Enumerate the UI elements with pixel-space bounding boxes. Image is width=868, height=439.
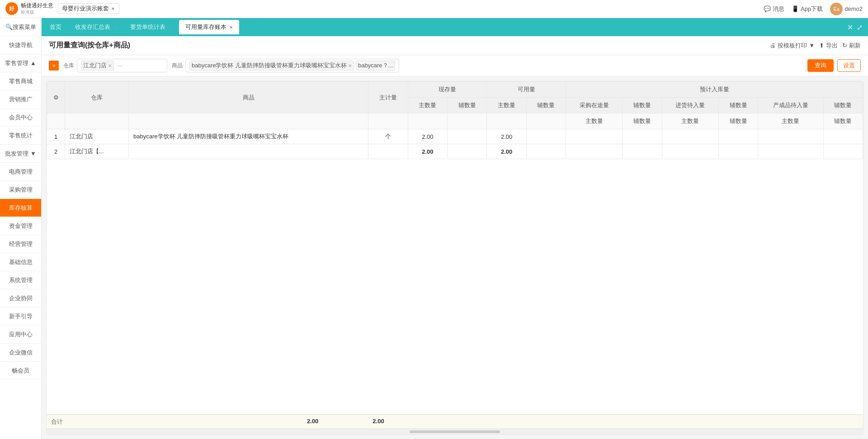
tab-home[interactable]: 首页 [43,20,68,34]
row-stock-main: 2.00 [408,129,447,144]
row-main-unit [368,144,408,159]
sidebar-item-marketing[interactable]: 营销推广 [0,90,41,109]
sidebar-item-newbie[interactable]: 新手引导 [0,307,41,326]
scrollbar-thumb[interactable] [410,430,500,433]
tab-bar-actions: ✕ ⤢ [847,23,866,32]
subheader-pur-aux: 辅数量 [623,113,662,129]
tenant-name: 母婴行业演示账套 [62,5,109,13]
main-unit-col-header: 主计量 [368,82,408,113]
app-icon: 📱 [792,5,799,12]
more-icon[interactable]: ··· [118,62,123,69]
sidebar-item-label: 畅会员 [12,367,29,375]
template-print-btn[interactable]: 🖨 按模板打印 ▼ [770,42,815,50]
row-inc-aux [718,144,758,159]
warehouse-filter: 仓库 江北门店 ✕ ··· [63,59,167,72]
close-window-btn[interactable]: ✕ [847,23,853,32]
planned-inbound-col-header: 预计入库量 [566,82,863,98]
filter-toggle-btn[interactable]: » [49,61,59,71]
tag-close-icon[interactable]: ✕ [108,63,112,68]
settings-col-header[interactable]: ⚙ [47,82,65,113]
settings-button[interactable]: 设置 [837,59,861,72]
close-icon[interactable]: ✕ [168,25,172,30]
print-icon: 🖨 [770,42,776,49]
sidebar-item-inventory[interactable]: 库存核算 [0,199,41,217]
app-download-label: App下载 [801,5,823,13]
sidebar-item-system[interactable]: 系统管理 [0,271,41,289]
sidebar-item-ecommerce[interactable]: 电商管理 [0,163,41,181]
product-col-header: 商品 [129,82,368,113]
product-input[interactable]: babycare学饮杯 儿童防摔防撞吸管杯重力球吸嘴杯宝宝水杯 ✕ babyca… [185,59,399,72]
row-stock-main: 2.00 [408,144,447,159]
top-bar: 好 畅捷通好生意 标准版 母婴行业演示账套 ▼ 💬 消息 📱 App下载 Ea … [0,0,868,18]
chevron-down-icon: ▼ [111,6,115,11]
content-area: 首页 收发存汇总表 ✕ 要货单统计表 ✕ 可用量库存账本 ✕ ✕ ⤢ [42,18,868,439]
app-download-btn[interactable]: 📱 App下载 [792,5,823,13]
warehouse-col-header: 仓库 [65,82,129,113]
sidebar-item-label: 批发管理 [5,150,28,158]
export-btn[interactable]: ⬆ 导出 [819,42,838,50]
subheader-inc-main: 主数量 [662,113,718,129]
maximize-btn[interactable]: ⤢ [857,23,863,32]
message-btn[interactable]: 💬 消息 [764,5,784,13]
template-print-label: 按模板打印 [778,42,807,50]
sidebar-item-operations[interactable]: 经营管理 [0,235,41,253]
prod-pending-aux-header: 辅数量 [823,98,863,113]
footer-stock-main: 2.00 [307,418,318,426]
tab-income-summary[interactable]: 收发存汇总表 ✕ [69,20,123,34]
tenant-selector[interactable]: 母婴行业演示账套 ▼ [58,3,119,14]
prod-pending-main-header: 产成品待入量 [758,98,823,113]
query-button[interactable]: 查询 [807,59,834,72]
tab-available-inventory[interactable]: 可用量库存账本 ✕ [179,20,239,34]
top-bar-right: 💬 消息 📱 App下载 Ea demo2 [764,3,863,15]
sidebar-item-wechat[interactable]: 企业微信 [0,344,41,362]
sidebar-item-finance[interactable]: 资金管理 [0,217,41,235]
sidebar-item-purchase[interactable]: 采购管理 [0,181,41,199]
sidebar-item-enterprise[interactable]: 企业协同 [0,289,41,307]
tab-order-stats[interactable]: 要货单统计表 ✕ [124,20,178,34]
close-icon[interactable]: ✕ [229,25,233,30]
sidebar-item-batch[interactable]: 批发管理 ▼ [0,145,41,163]
row-prod-main [758,144,823,159]
subheader-empty1 [47,113,65,129]
sidebar-item-zero-stats[interactable]: 零售统计 [0,127,41,145]
refresh-label: 刷新 [849,42,861,50]
row-pur-aux [623,144,662,159]
tag-text: 江北门店 [83,61,107,70]
row-warehouse: 江北门店 [65,129,129,144]
sidebar-item-zero-mall[interactable]: 零售商城 [0,72,41,90]
table-area: ⚙ 仓库 商品 主计量 现存量 可用量 预计入库量 主数量 辅数量 主数量 [46,81,863,434]
row-inc-main [662,144,718,159]
sidebar-item-basic[interactable]: 基础信息 [0,253,41,271]
warehouse-tag: 江北门店 ✕ [81,61,114,71]
quick-nav[interactable]: 快捷导航 [0,36,41,54]
sidebar-item-vip[interactable]: 畅会员 [0,362,41,380]
row-inc-aux [718,129,758,144]
close-icon[interactable]: ✕ [113,25,117,30]
product-tag-1: babycare学饮杯 儿童防摔防撞吸管杯重力球吸嘴杯宝宝水杯 ✕ [189,61,354,71]
export-label: 导出 [826,42,838,50]
table-row: 2 江北门店【... 2.00 2.00 [47,144,863,159]
horizontal-scrollbar[interactable] [47,429,863,434]
tag-text: babycare学饮杯 儿童防摔防撞吸管杯重力球吸嘴杯宝宝水杯 [192,61,347,70]
avail-main-qty-header: 主数量 [487,98,526,113]
row-product [129,144,368,159]
sidebar-item-member[interactable]: 会员中心 [0,109,41,127]
footer-avail-main: 2.00 [373,418,384,426]
refresh-btn[interactable]: ↻ 刷新 [842,42,861,50]
avail-aux-qty-header: 辅数量 [526,98,566,113]
warehouse-input[interactable]: 江北门店 ✕ ··· [77,59,167,72]
main-layout: 🔍 搜索菜单 快捷导航 零售管理 ▲ 零售商城 营销推广 会员中心 零售统计 批… [0,18,868,439]
sidebar-item-label: 营销推广 [9,95,33,104]
quick-nav-label: 快捷导航 [9,41,33,49]
page-content: 可用量查询(按仓库+商品) 🖨 按模板打印 ▼ ⬆ 导出 ↻ 刷新 [42,36,868,439]
export-icon: ⬆ [819,42,824,49]
sidebar-search[interactable]: 🔍 搜索菜单 [0,18,41,36]
sidebar-item-apps[interactable]: 应用中心 [0,326,41,344]
user-profile[interactable]: Ea demo2 [830,3,863,15]
sidebar-item-zero-sales[interactable]: 零售管理 ▲ [0,54,41,72]
row-num: 1 [47,129,65,144]
row-avail-main: 2.00 [487,129,526,144]
tag-close-icon[interactable]: ✕ [348,63,352,68]
page-header: 可用量查询(按仓库+商品) 🖨 按模板打印 ▼ ⬆ 导出 ↻ 刷新 [42,36,868,55]
chevron-down-icon: ▼ [809,42,815,49]
